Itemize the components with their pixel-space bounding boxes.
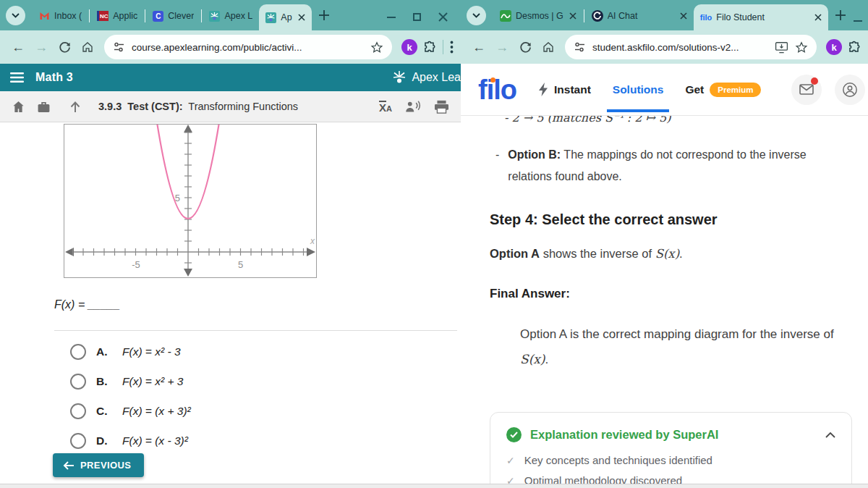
tab-search-button[interactable] [467, 6, 486, 25]
clever-icon: C [153, 11, 163, 22]
home-button[interactable] [537, 36, 559, 58]
reload-button[interactable] [514, 36, 536, 58]
home-icon[interactable] [12, 101, 25, 113]
tab-close-button[interactable] [814, 14, 822, 21]
tab-nc-application[interactable]: NC Applic [90, 1, 144, 30]
header-icons [791, 75, 865, 105]
question-area: -5 5 5 x F(x) = _____ A. F(x) = x² - 3 B… [0, 122, 461, 484]
option-formula: F(x) = (x + 3)² [122, 405, 191, 418]
desmos-icon [500, 10, 511, 22]
install-app-icon[interactable] [775, 41, 788, 54]
test-name: Transforming Functions [188, 101, 298, 112]
nav-instant[interactable]: Instant [538, 83, 591, 96]
nav-get-premium[interactable]: Get Premium [685, 83, 761, 97]
extensions-icon[interactable] [422, 41, 436, 54]
solution-content: - 2 → 5 (matches S⁻¹ : 2 ↦ 5) - Option B… [461, 116, 868, 484]
tab-label: Clever [168, 11, 194, 21]
tab-label: AI Chat [608, 11, 674, 21]
course-header: Math 3 Apex Lea [0, 64, 461, 91]
x-tick-label-neg5: -5 [132, 259, 140, 270]
test-toolbar: 3.9.3 Test (CST): Transforming Functions… [0, 91, 461, 122]
print-icon[interactable] [434, 100, 449, 114]
nav-solutions[interactable]: Solutions [613, 83, 664, 96]
close-icon [298, 14, 305, 21]
home-button[interactable] [77, 36, 98, 58]
option-a-line: Option A shows the inverse of S(x). [490, 247, 852, 261]
sx-math: S(x) [655, 247, 679, 261]
new-tab-button[interactable] [835, 10, 846, 23]
option-formula: F(x) = x² - 3 [122, 345, 181, 358]
minimize-icon[interactable] [387, 17, 396, 18]
mapping-line: - 2 → 5 (matches S⁻¹ : 2 ↦ 5) [504, 116, 852, 125]
url-text: student.askfilo.com/solutions-v2... [592, 42, 768, 53]
tab-apex-active[interactable]: Ap [259, 4, 311, 30]
tab-close-button[interactable] [569, 12, 576, 20]
course-menu-icon[interactable] [10, 72, 24, 83]
answer-tail: . [545, 353, 549, 366]
tab-filo-active[interactable]: filo Filo Student [694, 4, 828, 30]
kami-extension-icon[interactable]: k [826, 39, 842, 55]
apex-learning-logo: Apex Lea [391, 70, 461, 85]
reload-button[interactable] [54, 36, 75, 58]
bookmark-star-icon[interactable] [370, 41, 383, 54]
option-d[interactable]: D. F(x) = (x - 3)² [70, 432, 191, 450]
address-bar[interactable]: course.apexlearning.com/public/activi... [104, 35, 392, 59]
plus-icon [835, 10, 846, 20]
read-aloud-icon[interactable] [405, 100, 421, 113]
new-tab-button[interactable] [319, 10, 329, 23]
bookmark-star-icon[interactable] [795, 41, 808, 54]
tab-apex[interactable]: Apex L [203, 1, 259, 30]
forward-button[interactable]: → [491, 36, 513, 58]
x-tick-label-5: 5 [238, 259, 243, 270]
tab-separator [145, 9, 145, 22]
radio-button[interactable] [70, 403, 86, 419]
tab-search-button[interactable] [6, 6, 25, 25]
tab-desmos[interactable]: Desmos | G [493, 1, 583, 30]
option-b[interactable]: B. F(x) = x² + 3 [70, 373, 191, 390]
tab-clever[interactable]: C Clever [146, 1, 200, 30]
radio-button[interactable] [70, 433, 86, 449]
chevron-up-icon[interactable] [825, 432, 835, 438]
review-item: ✓ Key concepts and techniques identified [506, 454, 835, 466]
extensions-icon[interactable] [847, 41, 861, 54]
close-window-icon[interactable] [438, 12, 448, 22]
profile-button[interactable] [835, 75, 865, 105]
translate-icon[interactable]: XA [379, 101, 392, 113]
inbox-button[interactable] [791, 75, 822, 105]
tab-strip: Desmos | G AI Chat filo Filo Student [461, 0, 868, 30]
y-tick-label-5: 5 [175, 193, 180, 203]
tab-strip: Inbox ( NC Applic C Clever Apex L Ap [0, 0, 461, 30]
home-icon [81, 41, 94, 54]
tab-close-button[interactable] [680, 12, 687, 20]
chevron-down-icon [472, 13, 480, 18]
kami-extension-icon[interactable]: k [401, 39, 417, 55]
tab-close-button[interactable] [298, 14, 305, 21]
back-button[interactable]: ← [468, 36, 490, 58]
option-a-tail: . [679, 247, 683, 260]
bullet-dash: - [495, 144, 499, 188]
tab-label: Ap [281, 12, 292, 22]
tab-ai-chat[interactable]: AI Chat [585, 1, 694, 30]
radio-button[interactable] [70, 374, 86, 390]
filo-logo[interactable]: filo [478, 76, 516, 104]
url-text: course.apexlearning.com/public/activi... [132, 42, 364, 53]
up-level-icon[interactable] [69, 101, 81, 113]
chevron-down-icon [12, 13, 20, 18]
forward-button[interactable]: → [30, 36, 52, 58]
option-c[interactable]: C. F(x) = (x + 3)² [70, 403, 191, 420]
radio-button[interactable] [70, 344, 86, 360]
tab-inbox[interactable]: Inbox ( [33, 1, 88, 30]
option-a[interactable]: A. F(x) = x² - 3 [70, 343, 191, 361]
address-bar[interactable]: student.askfilo.com/solutions-v2... [565, 35, 817, 59]
option-b-bullet: - Option B: The mappings do not correspo… [495, 144, 852, 188]
back-button[interactable]: ← [7, 36, 29, 58]
nav-solutions-label: Solutions [613, 83, 664, 96]
option-letter: B. [96, 375, 112, 388]
menu-icon[interactable] [450, 41, 454, 54]
maximize-icon[interactable] [413, 13, 421, 21]
briefcase-icon[interactable] [37, 101, 51, 113]
plus-icon [319, 10, 329, 20]
minimize-icon[interactable] [854, 20, 862, 22]
page-footer-strip [461, 484, 868, 488]
previous-button[interactable]: PREVIOUS [53, 453, 144, 477]
